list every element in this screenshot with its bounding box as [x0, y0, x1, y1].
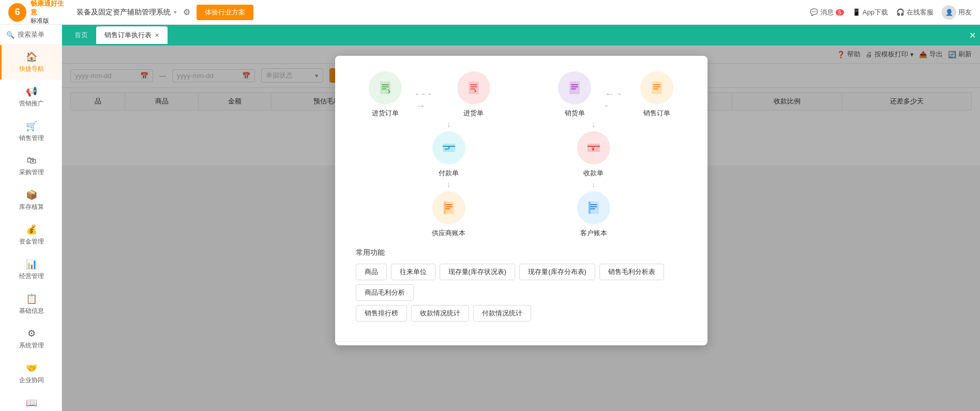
system-dropdown-icon[interactable]: ▾ — [174, 9, 177, 16]
common-funcs-title: 常用功能 — [356, 248, 687, 257]
marketing-icon: 📢 — [26, 86, 37, 97]
message-icon: 💬 — [810, 8, 818, 16]
flow-node-purchase-order[interactable]: 进货订单 — [356, 71, 416, 118]
app-icon: 📱 — [852, 8, 861, 16]
tab-home[interactable]: 首页 — [66, 26, 96, 44]
sidebar-item-inventory[interactable]: 📦 库存核算 — [0, 183, 62, 218]
purchase-bill-icon — [457, 71, 490, 104]
collab-icon: 🤝 — [26, 362, 37, 374]
popup-body: 进货订单 - - - → — [335, 56, 707, 341]
svg-text:¥: ¥ — [447, 145, 450, 150]
svg-rect-3 — [652, 82, 662, 94]
home-icon: 🏠 — [26, 51, 37, 63]
sidebar-item-sales[interactable]: 🛒 销售管理 — [0, 114, 62, 149]
flow-node-receipt-bill[interactable]: ¥ 收款单 — [563, 131, 625, 178]
sales-bill-icon — [558, 71, 591, 104]
online-service-button[interactable]: 🎧 在线客服 — [896, 8, 933, 17]
content-area: 首页 销售订单执行表 ✕ ✕ ❓ 帮助 — [62, 25, 980, 411]
tab-close-all-button[interactable]: ✕ — [969, 31, 976, 40]
purchase-order-icon — [369, 71, 402, 104]
service-icon: 🎧 — [896, 8, 904, 16]
try-button[interactable]: 体验行业方案 — [197, 5, 253, 20]
message-button[interactable]: 💬 消息 5 — [810, 8, 844, 17]
func-btn-payment-stats[interactable]: 付款情况统计 — [473, 305, 531, 322]
sidebar-item-system[interactable]: ⚙ 系统管理 — [0, 322, 62, 356]
center-space — [503, 85, 545, 104]
func-btn-stock-status[interactable]: 现存量(库存状况表) — [440, 264, 516, 280]
basic-icon: 📋 — [26, 293, 37, 305]
scroll-right-icon[interactable]: ▶ — [682, 344, 687, 345]
page-content: ❓ 帮助 🖨 按模板打印 ▾ 📤 导出 🔄 — [62, 45, 980, 411]
func-btn-receipt-stats[interactable]: 收款情况统计 — [411, 305, 469, 322]
svg-text:¥: ¥ — [591, 146, 595, 152]
overlay: 进货订单 - - - → — [62, 45, 980, 411]
operation-icon: 📊 — [26, 258, 37, 270]
top-bar: 6 畅康通好生意 标准版 装备及固定资产辅助管理系统 ▾ ⚙ 体验行业方案 💬 … — [0, 0, 980, 25]
avatar: 👤 — [942, 5, 956, 20]
sidebar-item-collab[interactable]: 🤝 企业协同 — [0, 356, 62, 391]
sidebar-item-finance[interactable]: 💰 资金管理 — [0, 218, 62, 252]
func-btn-product[interactable]: 商品 — [356, 264, 387, 280]
top-right-area: 💬 消息 5 📱 App下载 🎧 在线客服 👤 用友 — [810, 5, 972, 20]
system-icon: ⚙ — [27, 328, 36, 339]
sidebar-item-marketing[interactable]: 📢 营销推广 — [0, 80, 62, 114]
sidebar-search[interactable]: 🔍 搜索菜单 — [0, 25, 62, 45]
flow-node-purchase-bill[interactable]: 进货单 — [444, 71, 504, 118]
system-title: 装备及固定资产辅助管理系统 ▾ — [77, 8, 177, 17]
logo-area: 6 畅康通好生意 标准版 — [8, 0, 70, 25]
sidebar: 🔍 搜索菜单 🏠 快捷导航 📢 营销推广 🛒 销售管理 🛍 采购管理 📦 — [0, 25, 62, 411]
user-menu[interactable]: 👤 用友 — [942, 5, 972, 20]
func-row-1: 商品 往来单位 现存量(库存状况表) 现存量(库存分布表) 销售毛利分析表 商品… — [356, 264, 687, 301]
flow-node-customer-ledger[interactable]: 客户账本 — [563, 191, 625, 238]
func-btn-partner[interactable]: 往来单位 — [391, 264, 435, 280]
arrow-purchase-order-to-bill: - - - → — [415, 78, 444, 112]
sales-icon: 🛒 — [26, 120, 37, 132]
logo-icon: 6 — [8, 3, 26, 22]
svg-rect-1 — [469, 82, 479, 94]
sales-order-icon — [640, 71, 673, 104]
func-btn-sales-profit[interactable]: 销售毛利分析表 — [599, 264, 664, 280]
svg-rect-10 — [444, 202, 446, 214]
flow-node-sales-bill[interactable]: 销货单 — [545, 71, 605, 118]
arrow-sales-order-to-bill: ← - - — [605, 78, 627, 112]
message-badge: 5 — [836, 9, 844, 16]
flow-node-payment-bill[interactable]: ¥ 付款单 — [418, 131, 480, 178]
sidebar-item-quick-nav[interactable]: 🏠 快捷导航 — [0, 45, 62, 80]
tab-sales-order[interactable]: 销售订单执行表 ✕ — [96, 26, 168, 44]
svg-rect-2 — [569, 82, 580, 94]
sidebar-item-purchase[interactable]: 🛍 采购管理 — [0, 149, 62, 183]
receipt-bill-icon: ¥ — [577, 131, 610, 164]
tab-bar: 首页 销售订单执行表 ✕ ✕ — [62, 25, 980, 45]
logo-text: 畅康通好生意 标准版 — [31, 0, 70, 25]
func-btn-sales-rank[interactable]: 销售排行榜 — [356, 305, 407, 322]
app-download-button[interactable]: 📱 App下载 — [852, 8, 888, 17]
flow-node-supplier-ledger[interactable]: 供应商账本 — [418, 191, 480, 238]
scroll-left-icon[interactable]: ◀ — [356, 344, 360, 345]
payment-bill-icon: ¥ — [432, 131, 465, 164]
tab-close-icon[interactable]: ✕ — [155, 32, 159, 39]
flow-node-sales-order[interactable]: 销售订单 — [627, 71, 687, 118]
supplier-ledger-icon — [432, 191, 465, 224]
guide-icon: 📖 — [26, 397, 37, 408]
sidebar-item-guide[interactable]: 📖 新手引导 — [0, 391, 62, 411]
func-btn-product-profit[interactable]: 商品毛利分析 — [356, 284, 414, 301]
func-row-2: 销售排行榜 收款情况统计 付款情况统计 — [356, 305, 687, 322]
popup: 进货订单 - - - → — [335, 56, 707, 345]
popup-scrollbar: ◀ ▶ — [335, 341, 707, 345]
common-functions: 常用功能 商品 往来单位 现存量(库存状况表) 现存量(库存分布表) 销售毛利分… — [356, 248, 687, 322]
settings-icon[interactable]: ⚙ — [183, 7, 190, 17]
search-icon: 🔍 — [6, 31, 14, 39]
func-btn-stock-dist[interactable]: 现存量(库存分布表) — [519, 264, 595, 280]
finance-icon: 💰 — [26, 224, 37, 235]
customer-ledger-icon — [577, 191, 610, 224]
svg-rect-12 — [589, 202, 591, 214]
sidebar-item-basic[interactable]: 📋 基础信息 — [0, 287, 62, 322]
inventory-icon: 📦 — [26, 189, 37, 201]
sidebar-item-operation[interactable]: 📊 经营管理 — [0, 252, 62, 287]
purchase-icon: 🛍 — [27, 155, 36, 166]
